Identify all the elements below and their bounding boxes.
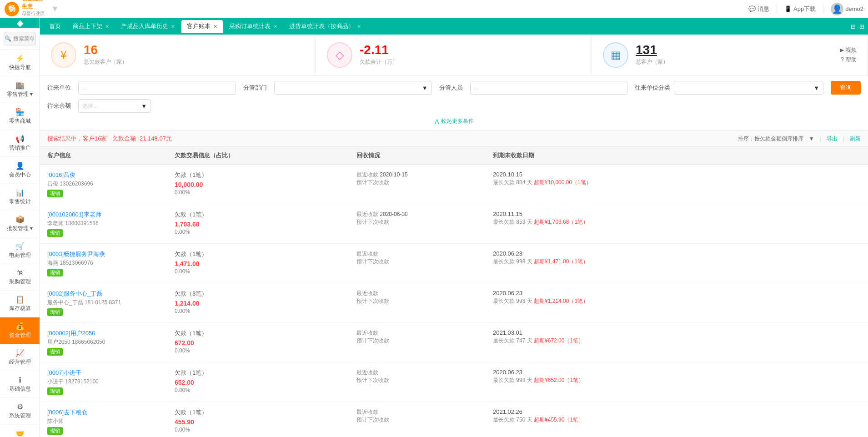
debt-amount-2[interactable]: 1,471.00: [175, 260, 356, 267]
tab-product-listing[interactable]: 商品上下架 ✕: [67, 20, 115, 33]
customer-name-6[interactable]: [0006]去下粮仓: [47, 408, 175, 417]
sidebar-item-purchase[interactable]: 🛍 采购管理: [0, 264, 40, 291]
export-button[interactable]: 导出: [827, 135, 838, 143]
sidebar-item-retail-mgmt[interactable]: 🏬 零售管理 ▾: [0, 76, 40, 103]
debt-percent-6: 0.00%: [175, 427, 356, 433]
recovery-info-5: 最近收款 预计下次收款: [356, 369, 493, 384]
tab-production-history[interactable]: 产成品入库单历史 ✕: [115, 20, 181, 33]
sidebar-logo-text: ◈: [17, 18, 23, 28]
sidebar-item-ecommerce[interactable]: 🛒 电商管理: [0, 237, 40, 264]
overdue-link-6[interactable]: 超期¥455.90（1笔）: [534, 417, 584, 423]
customer-tag-3: 现销: [47, 308, 63, 316]
sidebar-item-operations[interactable]: 📈 经营管理: [0, 344, 40, 371]
customer-name-0[interactable]: [0016]吕俊: [47, 171, 175, 179]
customer-name-1[interactable]: [0001020001]李老师: [47, 211, 175, 219]
divider-line: |: [820, 136, 821, 142]
video-btn[interactable]: ▶ 视频: [840, 46, 857, 54]
dropdown-icon[interactable]: ▼: [51, 4, 59, 14]
debt-amount-6[interactable]: 455.90: [175, 418, 356, 426]
tab-fullscreen-icon[interactable]: ⊞: [859, 23, 864, 30]
tab-purchase-product-stats-close[interactable]: ✕: [357, 24, 361, 30]
user-menu[interactable]: 👤 demo2: [831, 3, 863, 15]
customer-name-2[interactable]: [0003]畅捷服务尹海燕: [47, 250, 175, 258]
filter-select-dept[interactable]: ▼: [274, 81, 432, 95]
tab-purchase-stats-close[interactable]: ✕: [273, 24, 277, 30]
recovery-2: 最近收款: [356, 250, 493, 258]
due-date-1: 2020.11.15: [493, 211, 861, 217]
debt-percent-5: 0.00%: [175, 387, 356, 393]
tab-product-listing-close[interactable]: ✕: [105, 24, 109, 30]
sidebar-item-wholesale-mgmt[interactable]: 📦 批发管理 ▾: [0, 211, 40, 237]
filter-input-partner[interactable]: ...: [78, 81, 236, 95]
tab-home[interactable]: 首页: [44, 20, 66, 33]
recent-payment-label-5: 最近收款: [356, 369, 378, 376]
overdue-days-3: 最长欠款 998 天: [493, 298, 532, 304]
help-btn[interactable]: ? 帮助: [841, 56, 857, 64]
filter-select-category[interactable]: ▼: [674, 81, 823, 95]
sidebar-item-retail-stats[interactable]: 📊 零售统计: [0, 184, 40, 211]
overdue-days-4: 最长欠款 747 天: [493, 337, 532, 344]
overdue-link-5[interactable]: 超期¥652.00（1笔）: [534, 377, 584, 383]
tab-minimize-icon[interactable]: ⊟: [851, 23, 856, 30]
marketing-label: 营销推广: [9, 145, 31, 151]
debt-amount-0[interactable]: 10,000.00: [175, 181, 356, 188]
overdue-link-4[interactable]: 超期¥672.00（1笔）: [534, 337, 584, 344]
filter-input-person[interactable]: ...: [470, 81, 628, 95]
next-recovery-2: 预计下次收款: [356, 258, 493, 266]
app-download-button[interactable]: 📱 App下载: [784, 5, 816, 13]
finance-label: 资金管理: [9, 332, 31, 338]
filter-select-balance[interactable]: 选择... ▼: [78, 99, 151, 113]
customer-name-5[interactable]: [0007]小进干: [47, 369, 175, 377]
overdue-link-2[interactable]: 超期¥1,471.00（1笔）: [534, 258, 588, 265]
debt-amount-3[interactable]: 1,214.00: [175, 300, 356, 307]
overdue-link-0[interactable]: 超期¥10,000.00（1笔）: [534, 179, 592, 186]
customer-tag-0: 现销: [47, 190, 63, 197]
overdue-link-1[interactable]: 超期¥1,703.68（1笔）: [534, 219, 588, 225]
recovery-info-1: 最近收款 2020-06-30 预计下次收款: [356, 211, 493, 226]
customer-tag-4: 现销: [47, 348, 63, 356]
ecommerce-icon: 🛒: [2, 242, 38, 251]
tab-customer-account[interactable]: 客户账本 ✕: [181, 20, 223, 33]
message-button[interactable]: 💬 消息: [748, 5, 769, 13]
customer-info-1: [0001020001]李老师 李老师 18600391516 现销: [47, 211, 175, 237]
search-menu-button[interactable]: 🔍 搜索菜单: [4, 32, 36, 45]
tab-product-listing-label: 商品上下架: [73, 22, 102, 30]
stat-icon-debt-total: ◇: [327, 42, 352, 68]
stat-label-debt-total: 欠款合计（万）: [360, 58, 398, 66]
results-debt-text: 欠款金额 -21,148.07元: [112, 135, 172, 142]
results-debt-total: 欠款金额 -21,148.07元: [112, 135, 172, 142]
sidebar-item-finance[interactable]: 💰 资金管理: [0, 317, 40, 344]
sidebar-item-collab[interactable]: 🤝 企业协同: [0, 425, 40, 437]
sidebar-item-member[interactable]: 👤 会员中心: [0, 157, 40, 184]
overdue-link-3[interactable]: 超期¥1,214.00（3笔）: [534, 298, 588, 304]
sidebar-item-system[interactable]: ⚙ 系统管理: [0, 398, 40, 425]
refresh-button[interactable]: 刷新: [850, 135, 861, 143]
tab-production-history-close[interactable]: ✕: [171, 24, 175, 30]
tab-purchase-stats[interactable]: 采购订单统计表 ✕: [224, 20, 283, 33]
search-button[interactable]: 查询: [831, 81, 861, 95]
stat-label-debt-customers: 总欠款客户（家）: [84, 58, 127, 66]
sidebar-item-quick-nav[interactable]: ⚡ 快捷导航: [0, 50, 40, 76]
sidebar-item-inventory[interactable]: 📋 库存核算: [0, 291, 40, 317]
due-date-info-0: 2020.10.15 最长欠款 884 天 超期¥10,000.00（1笔）: [493, 171, 861, 186]
customer-name-4[interactable]: [000002]用户2050: [47, 329, 175, 337]
help-icon: ?: [841, 56, 844, 63]
tab-purchase-product-stats[interactable]: 进货单统计表（按商品） ✕: [284, 20, 366, 33]
divider2: [823, 5, 823, 14]
tab-customer-account-close[interactable]: ✕: [213, 24, 217, 30]
tab-purchase-stats-label: 采购订单统计表: [229, 22, 271, 30]
sidebar-item-retail-shop[interactable]: 🏪 零售商城: [0, 103, 40, 130]
recent-payment-label-6: 最近收款: [356, 409, 378, 415]
debt-amount-5[interactable]: 652.00: [175, 379, 356, 386]
customer-name-3[interactable]: [0002]服务中心_丁磊: [47, 290, 175, 298]
sidebar-item-basic-info[interactable]: ℹ 基础信息: [0, 371, 40, 398]
stat-info-total-customers: 131 总客户（家）: [636, 44, 668, 66]
ecommerce-label: 电商管理: [9, 252, 31, 258]
recent-payment-label-1: 最近收款: [356, 211, 378, 217]
recent-payment-label-0: 最近收款: [356, 171, 378, 178]
debt-amount-1[interactable]: 1,703.68: [175, 221, 356, 228]
collapse-filter-bar[interactable]: ⋀ 收起更多条件: [47, 117, 861, 125]
inventory-label: 库存核算: [9, 305, 31, 311]
debt-amount-4[interactable]: 672.00: [175, 339, 356, 347]
sidebar-item-marketing[interactable]: 📢 营销推广: [0, 130, 40, 157]
